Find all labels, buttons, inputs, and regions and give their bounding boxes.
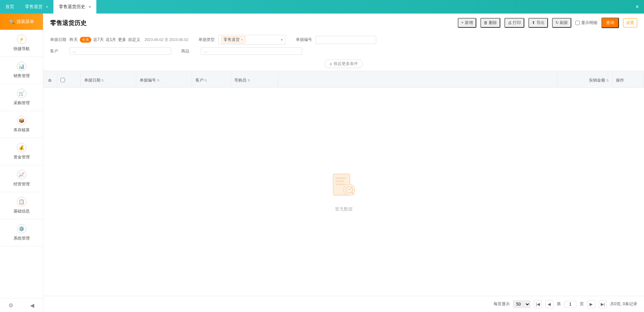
content-area: 零售退货历史 + 新增 🗑 删除 🖨 打印 ⬆ 导出 ↻ 刷新 显示明细 查询 … — [43, 14, 644, 312]
sidebar-settings-button[interactable]: ⚙ — [0, 298, 22, 312]
next-page-button[interactable]: ▶ — [587, 300, 595, 308]
per-page-select[interactable]: 50 10 20 100 — [513, 300, 530, 308]
sidebar-item-label-finance: 资金管理 — [14, 154, 30, 160]
sales-icon: 📊 — [17, 62, 26, 71]
tab-retail-return-history[interactable]: 零售退货历史× — [53, 0, 96, 14]
table-wrapper: ⚙ 单据日期 单据编号 客户 导购员 实销金额 操作 — [43, 74, 644, 296]
sidebar-item-purchase[interactable]: 🛒采购管理 — [0, 84, 43, 111]
export-button[interactable]: ⬆ 导出 — [528, 18, 548, 28]
more-link[interactable]: 更多 — [118, 37, 126, 43]
bill-type-tag-close[interactable]: × — [241, 38, 243, 42]
table-settings-column[interactable]: ⚙ — [43, 74, 57, 87]
last1m-link[interactable]: 近1月 — [106, 37, 116, 43]
sidebar-item-label-quick-nav: 快捷导航 — [14, 46, 30, 52]
tab-list: 首页零售退货×零售退货历史× — [0, 0, 630, 14]
svg-rect-2 — [335, 181, 343, 182]
tab-close-retail-return-history[interactable]: × — [89, 5, 91, 9]
empty-state: 暂无数据 — [43, 88, 644, 296]
today-link[interactable]: 今天 — [80, 37, 91, 43]
goods-label: 商品 — [181, 48, 198, 54]
yesterday-link[interactable]: 昨天 — [70, 37, 78, 43]
empty-text: 暂无数据 — [335, 206, 353, 212]
first-page-button[interactable]: |◀ — [534, 300, 542, 308]
sidebar-item-operations[interactable]: 📈经营管理 — [0, 165, 43, 192]
delete-button[interactable]: 🗑 删除 — [480, 18, 500, 28]
quick-nav-icon: ⚡ — [17, 35, 26, 44]
sidebar-item-label-system: 系统管理 — [14, 236, 30, 241]
sidebar-item-system[interactable]: ⚙️系统管理 — [0, 219, 43, 246]
show-detail-label: 显示明细 — [581, 20, 597, 26]
filter-area: 单据日期 昨天 今天 近7天 近1月 更多 自定义 2023-06-02 至 2… — [50, 31, 637, 71]
toolbar: + 新增 🗑 删除 🖨 打印 ⬆ 导出 ↻ 刷新 显示明细 查询 设置 — [458, 18, 637, 28]
sidebar-item-quick-nav[interactable]: ⚡快捷导航 — [0, 30, 43, 57]
sidebar-item-inventory[interactable]: 📦库存核算 — [0, 111, 43, 138]
bill-type-select[interactable]: 零售退货 × ▾ — [218, 35, 286, 45]
table-bill-date-header[interactable]: 单据日期 — [80, 74, 136, 87]
refresh-button[interactable]: ↻ 刷新 — [552, 18, 571, 28]
sidebar-item-sales[interactable]: 📊销售管理 — [0, 57, 43, 84]
table-guide-header[interactable]: 导购员 — [231, 74, 278, 87]
bill-type-filter: 单据类型 零售退货 × ▾ — [198, 35, 286, 45]
bill-type-tag: 零售退货 × — [221, 36, 245, 43]
table-action-header: 操作 — [613, 74, 644, 87]
settings-button[interactable]: 设置 — [623, 18, 637, 27]
show-detail-checkbox[interactable]: 显示明细 — [575, 20, 597, 26]
pagination-summary: 共0页, 0条记录 — [610, 301, 637, 307]
operations-icon: 📈 — [17, 170, 26, 179]
sidebar-collapse-button[interactable]: ◀ — [22, 298, 43, 312]
sidebar: 🔍 搜索菜单 ⚡快捷导航📊销售管理🛒采购管理📦库存核算💰资金管理📈经营管理📋基础… — [0, 14, 43, 312]
window-close-button[interactable]: × — [630, 0, 644, 14]
sidebar-item-label-basic-info: 基础信息 — [14, 208, 30, 214]
query-button[interactable]: 查询 — [601, 18, 619, 28]
date-filter: 单据日期 昨天 今天 近7天 近1月 更多 自定义 2023-06-02 至 2… — [50, 37, 188, 43]
last7-link[interactable]: 近7天 — [93, 37, 104, 43]
collapse-button[interactable]: ∧ 收起更多条件 — [325, 60, 362, 68]
pagination-bar: 每页显示 50 10 20 100 |◀ ◀ 第 页 ▶ ▶| 共0页, 0条记… — [43, 296, 644, 312]
main-layout: 🔍 搜索菜单 ⚡快捷导航📊销售管理🛒采购管理📦库存核算💰资金管理📈经营管理📋基础… — [0, 14, 644, 312]
last-page-button[interactable]: ▶| — [599, 300, 607, 308]
goods-input[interactable]: ... — [201, 47, 302, 55]
show-detail-input[interactable] — [575, 21, 580, 25]
page-number-input[interactable] — [564, 301, 576, 308]
top-bar: 首页零售退货×零售退货历史× × — [0, 0, 644, 14]
table-actual-amount-header[interactable]: 实销金额 — [557, 74, 613, 87]
bill-no-input[interactable] — [315, 36, 376, 44]
prev-page-button[interactable]: ◀ — [545, 300, 553, 308]
collapse-label: 收起更多条件 — [334, 61, 358, 67]
table-customer-header[interactable]: 客户 — [192, 74, 231, 87]
per-page-label: 每页显示 — [494, 301, 510, 307]
bill-type-label: 单据类型 — [198, 37, 215, 43]
sidebar-bottom: ⚙ ◀ — [0, 298, 43, 312]
date-shortcuts: 昨天 今天 近7天 近1月 更多 自定义 — [70, 37, 140, 43]
empty-icon — [329, 171, 359, 201]
date-range-display: 2023-06-02 至 2023-06-02 — [144, 37, 188, 42]
print-button[interactable]: 🖨 打印 — [504, 18, 524, 28]
sidebar-item-finance[interactable]: 💰资金管理 — [0, 138, 43, 165]
add-button[interactable]: + 新增 — [458, 18, 476, 28]
goods-filter: 商品 ... — [181, 47, 302, 55]
table-bill-no-header[interactable]: 单据编号 — [136, 74, 192, 87]
bill-no-label: 单据编号 — [296, 37, 313, 43]
sidebar-item-basic-info[interactable]: 📋基础信息 — [0, 192, 43, 219]
select-all-checkbox[interactable] — [61, 78, 65, 82]
inventory-icon: 📦 — [17, 116, 26, 125]
bill-type-tag-value: 零售退货 — [223, 37, 240, 43]
tab-home[interactable]: 首页 — [0, 0, 20, 14]
custom-link[interactable]: 自定义 — [128, 37, 140, 43]
customer-input[interactable]: ... — [70, 47, 171, 55]
table-checkbox-column[interactable] — [57, 74, 80, 87]
finance-icon: 💰 — [17, 143, 26, 152]
date-filter-label: 单据日期 — [50, 37, 67, 43]
collapse-bar: ∧ 收起更多条件 — [50, 58, 637, 71]
svg-rect-3 — [335, 184, 345, 185]
tab-close-retail-return[interactable]: × — [46, 5, 48, 9]
sidebar-item-label-operations: 经营管理 — [14, 181, 30, 187]
customer-filter: 客户 ... — [50, 47, 171, 55]
purchase-icon: 🛒 — [17, 89, 26, 98]
sidebar-search-label: 搜索菜单 — [17, 19, 34, 25]
collapse-icon: ∧ — [329, 62, 332, 66]
tab-retail-return[interactable]: 零售退货× — [20, 0, 53, 14]
page-title: 零售退货历史 — [50, 19, 87, 27]
sidebar-item-label-purchase: 采购管理 — [14, 100, 30, 106]
sidebar-search-button[interactable]: 🔍 搜索菜单 — [0, 14, 43, 30]
